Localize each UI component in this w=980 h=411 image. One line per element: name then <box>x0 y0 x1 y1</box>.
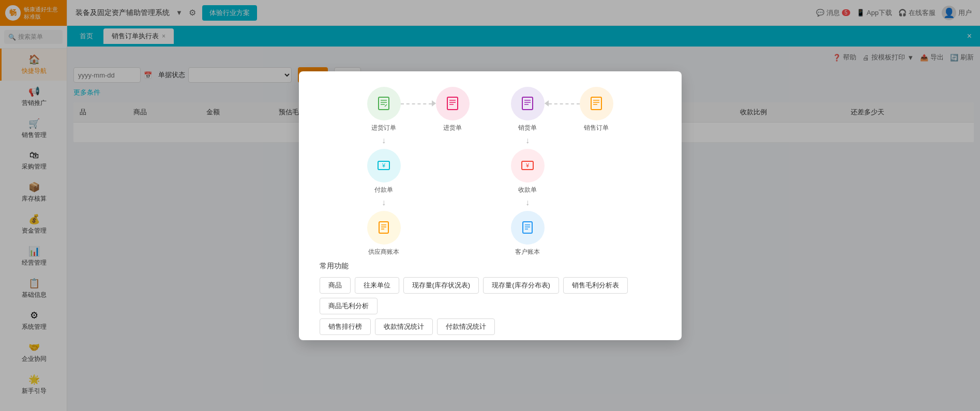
sales-bill-node[interactable]: 销货单 <box>511 87 545 132</box>
common-functions-title: 常用功能 <box>320 262 661 271</box>
svg-rect-10 <box>447 97 458 110</box>
purchase-bill-icon <box>436 87 470 120</box>
arrow-down-3: ↓ <box>382 199 386 207</box>
common-functions: 常用功能 商品 往来单位 现存量(库存状况表) 现存量(库存分布表) 销售毛利分… <box>320 262 661 335</box>
func-btn-receipt-stats[interactable]: 收款情况统计 <box>375 318 433 335</box>
function-buttons-row1: 商品 往来单位 现存量(库存状况表) 现存量(库存分布表) 销售毛利分析表 商品… <box>320 277 661 314</box>
func-btn-sales-rank[interactable]: 销售排行榜 <box>320 318 371 335</box>
sales-order-node[interactable]: 销售订单 <box>580 87 613 132</box>
arrow-down-2: ↓ <box>525 136 530 145</box>
svg-rect-0 <box>379 97 389 110</box>
svg-rect-14 <box>522 97 533 110</box>
func-btn-inventory-status[interactable]: 现存量(库存状况表) <box>403 277 479 294</box>
supplier-ledger-node[interactable]: 供应商账本 <box>367 211 401 256</box>
sales-order-icon <box>580 87 613 120</box>
scroll-left-arrow[interactable]: ◀ <box>324 339 328 340</box>
payment-slip-icon: ¥ <box>367 149 401 182</box>
func-btn-sales-margin[interactable]: 销售毛利分析表 <box>563 277 628 294</box>
func-btn-product-margin[interactable]: 商品毛利分析 <box>320 298 378 314</box>
payment-slip-node[interactable]: ¥ 付款单 <box>367 149 401 194</box>
svg-text:¥: ¥ <box>525 162 530 169</box>
customer-ledger-node[interactable]: 客户账本 <box>511 211 545 256</box>
func-btn-contacts[interactable]: 往来单位 <box>355 277 399 294</box>
receipt-slip-icon: ¥ <box>511 149 545 182</box>
scroll-right-arrow[interactable]: ▶ <box>652 339 657 340</box>
arrow-down-1: ↓ <box>382 136 386 145</box>
function-buttons-row2: 销售排行榜 收款情况统计 付款情况统计 <box>320 318 661 335</box>
arrow-down-4: ↓ <box>525 199 530 207</box>
modal-overlay[interactable]: 进货订单 ↓ ¥ 付款单 ↓ 供应商账本 <box>0 0 980 411</box>
func-btn-inventory-dist[interactable]: 现存量(库存分布表) <box>483 277 559 294</box>
purchase-order-icon <box>367 87 401 120</box>
svg-text:¥: ¥ <box>382 162 386 169</box>
func-btn-payment-stats[interactable]: 付款情况统计 <box>437 318 495 335</box>
svg-rect-6 <box>379 222 388 233</box>
svg-rect-24 <box>591 97 601 110</box>
purchase-bill-node[interactable]: 进货单 <box>436 87 470 132</box>
modal-content: 进货订单 ↓ ¥ 付款单 ↓ 供应商账本 <box>299 71 682 340</box>
svg-rect-20 <box>523 222 532 233</box>
supplier-ledger-icon <box>367 211 401 245</box>
purchase-order-node[interactable]: 进货订单 <box>367 87 401 132</box>
customer-ledger-icon <box>511 211 545 245</box>
modal-scroll-row: ◀ ▶ <box>320 335 661 340</box>
receipt-slip-node[interactable]: ¥ 收款单 <box>511 149 545 194</box>
func-btn-product[interactable]: 商品 <box>320 277 351 294</box>
flow-modal: 进货订单 ↓ ¥ 付款单 ↓ 供应商账本 <box>299 71 682 340</box>
sales-bill-icon <box>511 87 545 120</box>
